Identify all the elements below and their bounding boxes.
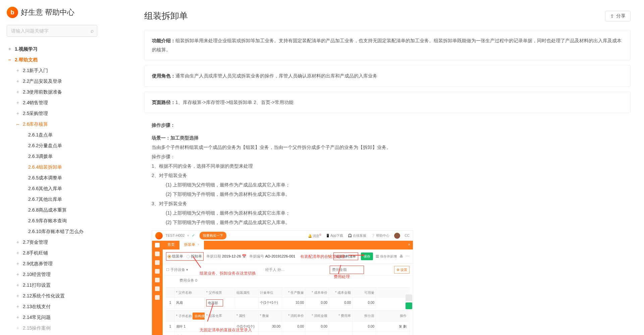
nav-2-10[interactable]: +2.10经营管理 [7, 269, 97, 280]
nav-2-12[interactable]: +2.12系统个性化设置 [7, 290, 97, 301]
share-label: 分享 [616, 13, 626, 19]
nav-2-6[interactable]: –2.6库存核算 [7, 119, 97, 129]
nav-2-6-9[interactable]: 2.6.9库存账本查询 [7, 215, 97, 226]
ss-nav-home-icon[interactable] [155, 243, 160, 247]
nav-tree: +1.视频学习 –2.帮助文档 +2.1新手入门 +2.2产品安装及登录 +2.… [7, 44, 97, 333]
sidebar: b 好生意 帮助中心 ⌕ +1.视频学习 –2.帮助文档 +2.1新手入门 +2… [0, 0, 104, 335]
search-input[interactable] [7, 25, 97, 37]
ss-topbar: TEST-H002 ▾ ✓ 我要购买一下 🔔 消息0 📱 App下载 🎧 在线客… [152, 231, 413, 241]
ss-nav-icon[interactable] [155, 269, 160, 274]
table-row[interactable]: 1 风扇 电器部 个(1个=1个) 10.00 0.00 0.00 0.00 [166, 298, 410, 309]
nav-2-6-4[interactable]: 2.6.4组装拆卸单 [7, 162, 97, 172]
radio-assemble[interactable]: 组装单 [168, 253, 183, 260]
nav-video[interactable]: +1.视频学习 [7, 44, 97, 54]
plus-icon: + [15, 237, 21, 247]
brand-logo-icon: b [7, 7, 18, 18]
side-btn-icon[interactable] [406, 302, 412, 309]
print-icon[interactable]: 🖶 [399, 253, 403, 260]
nav-2-7[interactable]: +2.7资金管理 [7, 237, 97, 247]
nav-2-8[interactable]: +2.8手机旺铺 [7, 247, 97, 258]
embedded-screenshot: TEST-H002 ▾ ✓ 我要购买一下 🔔 消息0 📱 App下载 🎧 在线客… [152, 230, 413, 335]
path-label: 页面路径： [152, 100, 175, 105]
step-p4a: (1) 上部明细为父件明细，最终作为产成品生成其它入库单； [152, 180, 623, 189]
ss-nav-icon[interactable] [155, 286, 160, 291]
ss-svc[interactable]: 🎧 在线客服 [348, 232, 366, 239]
plus-icon: + [15, 97, 21, 108]
plus-icon: + [15, 65, 21, 76]
plus-icon: + [15, 247, 21, 258]
step-p3: 1、根据不同的业务，选择不同单据的类型来处理 [152, 161, 623, 171]
search-box: ⌕ [7, 25, 97, 37]
annot-fee: 费用处理 [334, 273, 350, 281]
ss-row3: 费用业务 0 [163, 276, 413, 287]
nav-docs[interactable]: –2.帮助文档 [7, 54, 97, 65]
ss-help[interactable]: ❔ 帮助中心 [371, 232, 389, 239]
plus-icon: + [15, 269, 21, 280]
nav-2-6-10[interactable]: 2.6.10库存账本错了怎么办 [7, 226, 97, 237]
nav-2-15[interactable]: +2.15操作案例 [7, 323, 97, 333]
step-p4b: (2) 下部明细为子件明细，最终作为原材料生成其它出库单。 [152, 189, 623, 199]
nav-2-3[interactable]: +2.3使用前数据准备 [7, 87, 97, 97]
ss-tab-home[interactable]: 首页 [163, 240, 179, 249]
ss-nav-icon[interactable] [155, 260, 160, 265]
path-card: 页面路径：1、库存核算->库存管理->组装拆卸单 2、首页->常用功能 [144, 92, 631, 113]
step-p5a: (1) 上部明细为父件明细，最终作为原材料生成其它出库单； [152, 208, 623, 218]
set-button[interactable]: ⚙ 设置 [394, 266, 410, 274]
close-icon[interactable]: × [406, 240, 413, 249]
steps-card: 操作步骤： 场景一：加工类型选择 当由多个子件材料组装成一个成品的业务为【组装】… [144, 118, 631, 335]
nav-2-6-3[interactable]: 2.6.3调拨单 [7, 151, 97, 162]
ss-app[interactable]: 📱 App下载 [326, 232, 343, 239]
nav-2-6-6[interactable]: 2.6.6其他入库单 [7, 183, 97, 194]
ss-msg[interactable]: 🔔 消息0 [308, 232, 321, 239]
more-icon[interactable]: ⋯ [406, 253, 410, 260]
nav-2-6-2[interactable]: 2.6.2分量盘点单 [7, 140, 97, 151]
nav-2-2[interactable]: +2.2产品安装及登录 [7, 76, 97, 87]
plus-icon: + [15, 290, 21, 301]
plus-icon: + [15, 301, 21, 312]
ss-nav-icon[interactable] [155, 295, 160, 300]
step-p4: 2、对于组装业务 [152, 171, 623, 180]
nav-2-6-7[interactable]: 2.6.7其他出库单 [7, 194, 97, 205]
plus-icon: + [15, 108, 21, 119]
role-text: 通常由生产人员或库管人员完成拆装业务的操作，库管人员确认原材料的出库和产成品的入… [175, 73, 377, 78]
plus-icon: + [15, 323, 21, 333]
main-content: 组装拆卸单 ⇪ 分享 功能介绍：组装拆卸单用来处理企业组装或拆卸等加工业务。支持… [104, 0, 644, 335]
nav-2-9[interactable]: +2.9优惠券管理 [7, 258, 97, 269]
ss-nav-icon[interactable] [155, 278, 160, 282]
nav-2-11[interactable]: +2.11打印设置 [7, 280, 97, 290]
annot-bom: 有装配清单的在这里处理 [300, 253, 344, 261]
scenario-heading: 场景一：加工类型选择 [152, 133, 623, 143]
search-icon[interactable]: ⌕ [91, 28, 94, 34]
parent-table: * 父件名称 * 父件核算 组装属性 计量单位 * 生产数量 * 成本单价 * … [166, 287, 410, 309]
nav-2-14[interactable]: +2.14常见问题 [7, 312, 97, 323]
intro-card: 功能介绍：组装拆卸单用来处理企业组装或拆卸等加工业务。支持有固定装配清单的产品加… [144, 30, 631, 60]
steps-heading: 操作步骤： [152, 120, 623, 130]
side-btn-icon[interactable] [406, 294, 412, 301]
ss-try-button[interactable]: 我要购买一下 [200, 232, 226, 239]
close-icon[interactable]: × [197, 242, 199, 246]
ss-tabs: 首页 拆装单× × [163, 241, 413, 249]
plus-icon: + [15, 258, 21, 269]
nav-2-13[interactable]: +2.13在线支付 [7, 301, 97, 312]
page-title: 组装拆卸单 [144, 10, 188, 22]
nav-2-6-8[interactable]: 2.6.8商品成本重算 [7, 205, 97, 215]
ss-nav-icon[interactable] [155, 252, 160, 256]
nav-2-1[interactable]: +2.1新手入门 [7, 65, 97, 76]
annot-switch: 组装业务、拆卸业务在这里切换 [200, 270, 256, 277]
ss-avatar-icon[interactable] [394, 233, 400, 239]
role-card: 使用角色：通常由生产人员或库管人员完成拆装业务的操作，库管人员确认原材料的出库和… [144, 65, 631, 87]
intro-text: 组装拆卸单用来处理企业组装或拆卸等加工业务。支持有固定装配清单的产品加工业务，也… [152, 38, 622, 52]
side-action-buttons [406, 294, 412, 309]
ss-tab-active[interactable]: 拆装单× [179, 240, 204, 249]
nav-2-6-5[interactable]: 2.6.5成本调整单 [7, 172, 97, 183]
minus-icon: – [7, 54, 13, 65]
minus-icon: – [15, 119, 21, 129]
nav-2-5[interactable]: +2.5采购管理 [7, 108, 97, 119]
nav-2-4[interactable]: +2.4销售管理 [7, 97, 97, 108]
nav-2-6-1[interactable]: 2.6.1盘点单 [7, 129, 97, 140]
plus-icon: + [7, 44, 13, 54]
save-new-button[interactable]: ☰ 保存并新增 [376, 253, 397, 260]
plus-icon: + [15, 76, 21, 87]
share-button[interactable]: ⇪ 分享 [605, 11, 631, 21]
annot-direct: 无固定清单的直接在这里录入 [200, 326, 252, 334]
